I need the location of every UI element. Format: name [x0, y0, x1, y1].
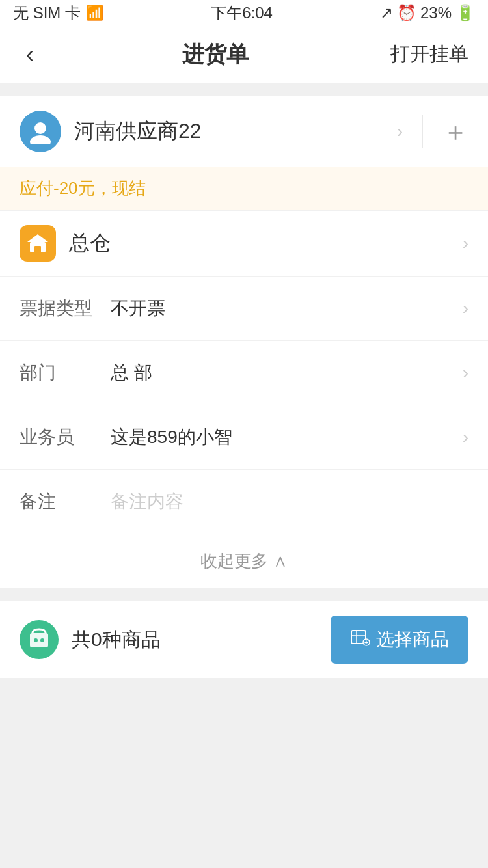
invoice-type-row[interactable]: 票据类型 不开票 › — [0, 276, 488, 340]
invoice-type-label: 票据类型 — [20, 296, 111, 321]
collapse-row[interactable]: 收起更多 ∧ — [0, 534, 488, 588]
battery-text: 23% — [420, 4, 452, 22]
no-sim-text: 无 SIM 卡 — [13, 3, 81, 23]
select-btn-label: 选择商品 — [376, 627, 449, 652]
invoice-type-arrow-icon: › — [463, 298, 468, 319]
department-value: 总 部 — [111, 360, 463, 385]
product-icon — [20, 620, 59, 659]
page-title: 进货单 — [182, 40, 249, 70]
product-count-text: 共0种商品 — [72, 627, 331, 653]
wifi-icon: 📶 — [86, 5, 103, 21]
salesperson-arrow-icon: › — [463, 427, 468, 448]
separator-top — [0, 83, 488, 96]
battery-icon: 🔋 — [455, 4, 475, 22]
svg-marker-3 — [27, 234, 48, 242]
salesperson-value: 这是859的小智 — [111, 425, 463, 450]
supplier-section: 河南供应商22 › ＋ 应付-20元，现结 总仓 › 票据类型 不开票 › 部门… — [0, 96, 488, 588]
warehouse-icon — [20, 225, 56, 262]
supplier-arrow-icon: › — [397, 121, 403, 142]
open-pending-button[interactable]: 打开挂单 — [390, 41, 468, 68]
select-product-button[interactable]: + 选择商品 — [331, 616, 468, 664]
warehouse-row[interactable]: 总仓 › — [0, 210, 488, 276]
status-left: 无 SIM 卡 📶 — [13, 3, 103, 23]
supplier-divider — [422, 115, 423, 148]
svg-rect-4 — [34, 246, 41, 252]
salesperson-label: 业务员 — [20, 425, 111, 450]
nav-bar: ‹ 进货单 打开挂单 — [0, 26, 488, 83]
select-btn-icon: + — [350, 629, 370, 651]
page-background — [0, 678, 488, 860]
alarm-icon: ⏰ — [397, 4, 416, 22]
supplier-name: 河南供应商22 — [74, 117, 397, 146]
svg-point-6 — [34, 638, 38, 642]
warehouse-arrow-icon: › — [463, 233, 468, 254]
back-button[interactable]: ‹ — [20, 34, 40, 75]
salesperson-row[interactable]: 业务员 这是859的小智 › — [0, 405, 488, 469]
status-right: ↗ ⏰ 23% 🔋 — [380, 4, 475, 22]
svg-point-0 — [34, 122, 46, 134]
svg-point-1 — [30, 135, 51, 144]
collapse-label: 收起更多 ∧ — [200, 550, 287, 573]
svg-text:+: + — [364, 639, 368, 646]
invoice-type-value: 不开票 — [111, 296, 463, 321]
department-row[interactable]: 部门 总 部 › — [0, 340, 488, 405]
svg-rect-5 — [30, 633, 48, 647]
svg-point-7 — [40, 638, 44, 642]
remark-placeholder[interactable]: 备注内容 — [111, 489, 468, 514]
department-arrow-icon: › — [463, 362, 468, 383]
status-time: 下午6:04 — [211, 3, 273, 23]
add-supplier-button[interactable]: ＋ — [442, 114, 468, 150]
status-bar: 无 SIM 卡 📶 下午6:04 ↗ ⏰ 23% 🔋 — [0, 0, 488, 26]
warehouse-name: 总仓 — [69, 229, 463, 258]
bottom-bar: 共0种商品 + 选择商品 — [0, 601, 488, 678]
supplier-avatar — [20, 111, 61, 152]
department-label: 部门 — [20, 360, 111, 385]
remark-label: 备注 — [20, 489, 111, 514]
info-banner: 应付-20元，现结 — [0, 167, 488, 210]
supplier-row[interactable]: 河南供应商22 › ＋ — [0, 96, 488, 167]
remark-row[interactable]: 备注 备注内容 — [0, 469, 488, 534]
location-icon: ↗ — [380, 4, 393, 22]
